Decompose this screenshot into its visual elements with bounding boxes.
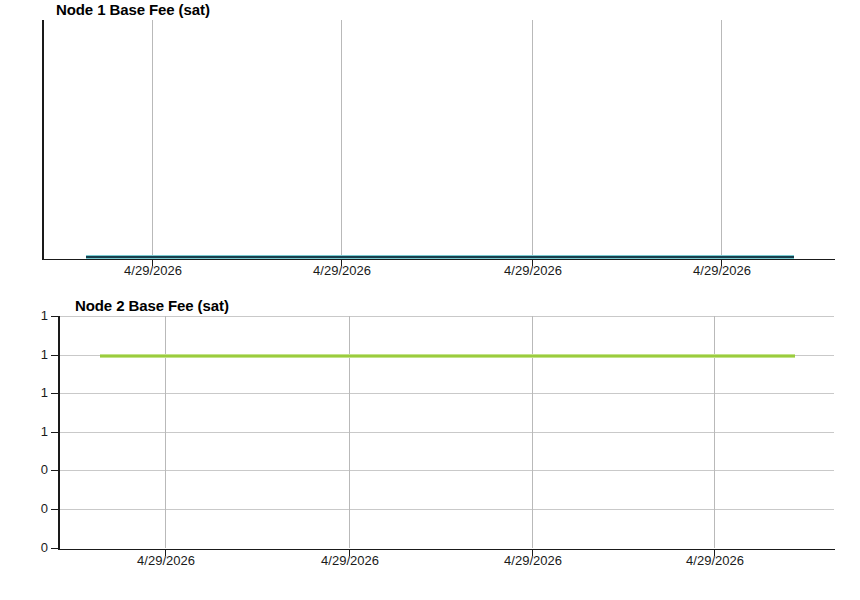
chart2-y-tickmark: [51, 432, 58, 433]
chart2-gridline-horizontal: [58, 470, 834, 471]
chart2-y-tick-label: 1: [26, 347, 48, 363]
chart2-y-tick-label: 0: [26, 462, 48, 478]
chart2-y-tickmark: [51, 470, 58, 471]
chart1-gridline-vertical: [341, 20, 342, 258]
chart2-y-tickmark: [51, 316, 58, 317]
chart1-gridline-vertical: [721, 20, 722, 258]
chart2-gridline-vertical: [165, 316, 166, 548]
chart1-title: Node 1 Base Fee (sat): [56, 1, 210, 18]
chart2-title: Node 2 Base Fee (sat): [75, 297, 229, 314]
chart1-y-axis: [42, 20, 44, 260]
chart2-x-tick-label: 4/29/2026: [137, 553, 195, 568]
chart2-gridline-vertical: [714, 316, 715, 548]
chart1-gridline-vertical: [152, 20, 153, 258]
chart2-y-tickmark: [51, 548, 58, 549]
chart2-y-axis: [58, 316, 60, 550]
chart1-x-tick-label: 4/29/2026: [504, 263, 562, 278]
chart1-x-tick-label: 4/29/2026: [124, 263, 182, 278]
chart2-x-tick-label: 4/29/2026: [686, 553, 744, 568]
chart1-gridline-vertical: [532, 20, 533, 258]
chart1-x-tick-label: 4/29/2026: [693, 263, 751, 278]
chart2-y-tick-label: 1: [26, 385, 48, 401]
chart2-y-tickmark: [51, 509, 58, 510]
chart2-y-tickmark: [51, 355, 58, 356]
chart2-x-tick-label: 4/29/2026: [504, 553, 562, 568]
chart2-gridline-horizontal: [58, 432, 834, 433]
chart2-gridline-horizontal: [58, 393, 834, 394]
chart2-gridline-horizontal: [58, 316, 834, 317]
chart2-gridline-vertical: [532, 316, 533, 548]
chart2-y-tick-label: 0: [26, 540, 48, 556]
chart2-series-line-node2-base-fee: [100, 354, 795, 358]
chart2-gridline-vertical: [349, 316, 350, 548]
chart2-y-tick-label: 1: [26, 308, 48, 324]
report-canvas: Node 1 Base Fee (sat) 4/29/2026 4/29/202…: [0, 0, 860, 600]
chart2-y-tick-label: 0: [26, 501, 48, 517]
chart1-x-tick-label: 4/29/2026: [313, 263, 371, 278]
chart2-y-tickmark: [51, 393, 58, 394]
chart2-x-axis: [58, 549, 835, 551]
chart2-gridline-horizontal: [58, 509, 834, 510]
chart2-x-tick-label: 4/29/2026: [321, 553, 379, 568]
chart1-series-line-node1-base-fee: [86, 255, 794, 259]
chart2-y-tick-label: 1: [26, 424, 48, 440]
